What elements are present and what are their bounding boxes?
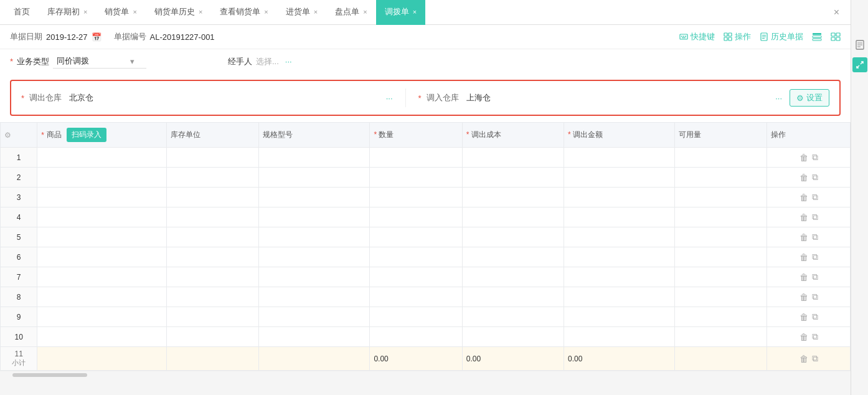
cell-amount[interactable] [564,227,675,247]
cell-goods[interactable] [37,307,167,327]
tab-initial-stock-close[interactable]: × [83,8,87,16]
cell-goods[interactable] [37,148,167,168]
copy-icon[interactable]: ⧉ [812,172,818,183]
tab-stocktake-close[interactable]: × [363,8,367,16]
cell-cost[interactable] [462,247,564,267]
delete-icon[interactable]: 🗑 [800,292,808,302]
cell-avail[interactable] [675,247,767,267]
cell-unit[interactable] [167,247,259,267]
business-type-select[interactable]: 同价调拨 ▾ [53,54,146,69]
cell-qty[interactable] [370,207,462,227]
tab-purchase[interactable]: 进货单 × [277,0,326,25]
cell-amount[interactable] [564,247,675,267]
history-btn[interactable]: 历史单据 [760,31,803,42]
copy-icon[interactable]: ⧉ [812,192,818,202]
cell-amount[interactable] [564,287,675,307]
cell-amount[interactable] [564,168,675,188]
copy-icon[interactable]: ⧉ [812,353,818,364]
cell-goods[interactable] [37,267,167,287]
cell-qty[interactable] [370,148,462,168]
cell-avail[interactable] [675,227,767,247]
cell-qty[interactable] [370,227,462,247]
delete-icon[interactable]: 🗑 [800,193,808,202]
cell-amount[interactable] [564,327,675,347]
cell-cost[interactable] [462,227,564,247]
cell-spec[interactable] [259,207,370,227]
cell-unit[interactable] [167,148,259,168]
cell-goods[interactable] [37,327,167,347]
cell-avail[interactable] [675,307,767,327]
copy-icon[interactable]: ⧉ [812,292,818,302]
tab-sales-order-close[interactable]: × [133,8,136,16]
cell-amount[interactable] [564,207,675,227]
cell-cost[interactable] [462,287,564,307]
tab-home[interactable]: 首页 [5,0,39,25]
copy-icon[interactable]: ⧉ [812,252,818,262]
sidebar-doc-icon[interactable] [852,37,867,52]
cell-qty[interactable] [370,307,462,327]
delete-icon[interactable]: 🗑 [800,173,808,183]
warehouse-out-more[interactable]: ··· [386,93,393,103]
tab-sales-history[interactable]: 销货单历史 × [146,0,211,25]
list-view-btn[interactable] [812,32,822,41]
cell-unit[interactable] [167,267,259,287]
cell-qty[interactable] [370,287,462,307]
cell-avail[interactable] [675,287,767,307]
cell-cost[interactable] [462,307,564,327]
cell-amount[interactable] [564,307,675,327]
scroll-bar-area[interactable] [0,371,851,378]
cell-avail[interactable] [675,327,767,347]
warehouse-out-value[interactable]: 北京仓 [69,92,93,103]
cell-spec[interactable] [259,267,370,287]
person-more-btn[interactable]: ··· [285,57,292,66]
tab-transfer[interactable]: 调拨单 × [376,0,425,25]
cell-unit[interactable] [167,227,259,247]
cell-goods[interactable] [37,168,167,188]
cell-spec[interactable] [259,188,370,207]
warehouse-in-more[interactable]: ··· [775,93,782,103]
delete-icon[interactable]: 🗑 [800,252,808,262]
cell-avail[interactable] [675,168,767,188]
cell-cost[interactable] [462,207,564,227]
tab-view-sales[interactable]: 查看销货单 × [211,0,276,25]
delete-icon[interactable]: 🗑 [800,153,808,163]
cell-unit[interactable] [167,188,259,207]
cell-spec[interactable] [259,307,370,327]
copy-icon[interactable]: ⧉ [812,272,818,282]
cell-unit[interactable] [167,287,259,307]
cell-spec[interactable] [259,327,370,347]
tab-transfer-close[interactable]: × [413,8,417,16]
cell-qty[interactable] [370,267,462,287]
copy-icon[interactable]: ⧉ [812,212,818,222]
operations-btn[interactable]: 操作 [724,31,751,42]
tab-stocktake[interactable]: 盘点单 × [326,0,375,25]
cell-avail[interactable] [675,207,767,227]
cell-qty[interactable] [370,327,462,347]
cell-avail[interactable] [675,267,767,287]
copy-icon[interactable]: ⧉ [812,152,818,163]
cell-qty[interactable] [370,168,462,188]
scan-btn[interactable]: 扫码录入 [67,128,106,142]
cell-spec[interactable] [259,287,370,307]
cell-cost[interactable] [462,188,564,207]
cell-amount[interactable] [564,267,675,287]
delete-icon[interactable]: 🗑 [800,272,808,282]
tab-purchase-close[interactable]: × [314,8,318,16]
tab-sales-order[interactable]: 销货单 × [96,0,145,25]
cell-goods[interactable] [37,207,167,227]
cell-unit[interactable] [167,307,259,327]
table-settings-icon[interactable]: ⚙ [4,131,11,140]
grid-view-btn[interactable] [831,32,841,41]
warehouse-in-value[interactable]: 上海仓 [466,92,491,103]
cell-cost[interactable] [462,267,564,287]
cell-avail[interactable] [675,188,767,207]
copy-icon[interactable]: ⧉ [812,232,818,242]
cell-spec[interactable] [259,227,370,247]
sidebar-expand-icon[interactable] [852,57,867,72]
cell-goods[interactable] [37,287,167,307]
cell-spec[interactable] [259,247,370,267]
cell-goods[interactable] [37,227,167,247]
tab-initial-stock[interactable]: 库存期初 × [39,0,96,25]
tab-sales-history-close[interactable]: × [199,8,202,16]
tab-bar-close[interactable]: × [828,7,846,18]
